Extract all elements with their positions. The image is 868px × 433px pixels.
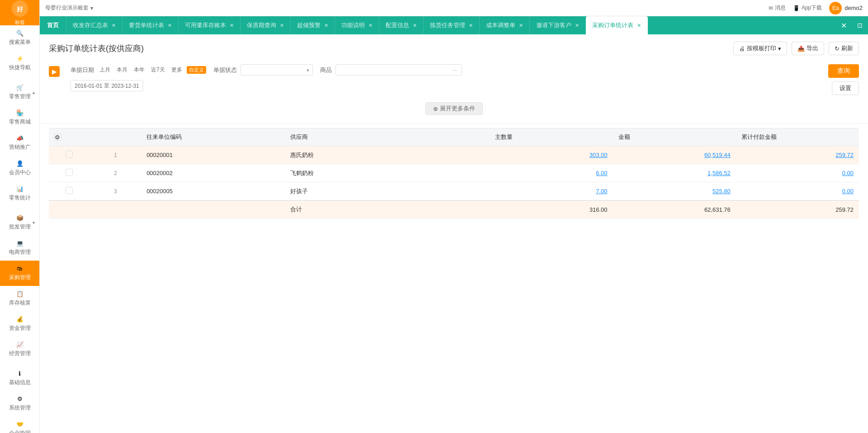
tab-pick-task[interactable]: 拣货任务管理 ✕ bbox=[424, 16, 480, 34]
account-selector[interactable]: 母婴行业演示账套 ▾ bbox=[45, 4, 93, 12]
footer-check-cell bbox=[49, 200, 90, 219]
sidebar-item-inventory[interactable]: 📋 库存核算 bbox=[0, 286, 40, 311]
sidebar-item-label-basic: 基础信息 bbox=[9, 379, 31, 386]
sidebar-item-collab[interactable]: 🤝 企业协同 bbox=[0, 416, 40, 433]
close-icon-tab-10[interactable]: ✕ bbox=[637, 23, 641, 29]
sidebar-item-system[interactable]: ⚙ 系统管理 bbox=[0, 391, 40, 416]
sidebar-item-label-wholesale: 批发管理 bbox=[9, 223, 31, 231]
tab-invite-downstream[interactable]: 邀请下游客户 ✕ bbox=[530, 16, 586, 34]
expand-more-label: 展开更多条件 bbox=[440, 105, 475, 113]
close-icon-tab-1[interactable]: ✕ bbox=[168, 23, 172, 29]
row-checkbox[interactable] bbox=[66, 151, 73, 158]
sidebar-item-purchase[interactable]: 🛍 采购管理 bbox=[0, 261, 40, 286]
custom-date-tag: 自定义 bbox=[187, 66, 206, 74]
tab-overstock[interactable]: 超储预警 ✕ bbox=[291, 16, 335, 34]
page-header-actions: 🖨 按模板打印 ▾ 📤 导出 ↻ 刷新 bbox=[733, 42, 859, 55]
status-select[interactable] bbox=[241, 64, 313, 76]
brand-label: 标签 bbox=[11, 19, 29, 26]
expand-tabs-button[interactable]: ⊡ bbox=[852, 16, 868, 34]
export-button[interactable]: 📤 导出 bbox=[792, 42, 824, 55]
sidebar-item-label-system: 系统管理 bbox=[9, 404, 31, 412]
goods-input[interactable] bbox=[340, 67, 452, 73]
tab-config[interactable]: 配置信息 ✕ bbox=[379, 16, 424, 34]
close-icon-tab-6[interactable]: ✕ bbox=[413, 23, 417, 29]
close-icon-tab-5[interactable]: ✕ bbox=[368, 23, 373, 29]
close-icon-tab-8[interactable]: ✕ bbox=[519, 23, 523, 29]
footer-amount: 62,631.76 bbox=[613, 200, 736, 219]
msg-button[interactable]: ✉ 消息 bbox=[769, 4, 786, 12]
sidebar-item-basic[interactable]: ℹ 基础信息 bbox=[0, 366, 40, 391]
date-shortcut-more[interactable]: 更多 bbox=[170, 65, 184, 75]
sidebar-item-marketing[interactable]: 📣 营销推广 bbox=[0, 130, 40, 156]
close-icon-tab-9[interactable]: ✕ bbox=[575, 23, 579, 29]
sidebar-item-wholesale[interactable]: 📦 批发管理 ▼ bbox=[0, 210, 40, 235]
tab-order-stat[interactable]: 要货单统计表 ✕ bbox=[123, 16, 179, 34]
th-code: 往来单位编码 bbox=[141, 128, 285, 146]
more-options-icon[interactable]: ··· bbox=[452, 67, 458, 73]
th-paid: 累计付款金额 bbox=[736, 128, 859, 146]
print-button[interactable]: 🖨 按模板打印 ▾ bbox=[733, 42, 787, 55]
tab-func-desc[interactable]: 功能说明 ✕ bbox=[335, 16, 379, 34]
row-amount: 525.80 bbox=[613, 182, 736, 201]
tab-collect-sum[interactable]: 收发存汇总表 ✕ bbox=[66, 16, 123, 34]
close-icon-tab-2[interactable]: ✕ bbox=[230, 23, 234, 29]
close-icon-tab-4[interactable]: ✕ bbox=[324, 23, 328, 29]
table-row[interactable]: 3 00020005 好孩子 7.00 525.80 0.00 bbox=[49, 182, 859, 201]
biz-icon: 📈 bbox=[16, 341, 24, 348]
close-all-tabs-button[interactable]: ✕ bbox=[835, 16, 852, 34]
sidebar-item-member[interactable]: 👤 会员中心 bbox=[0, 156, 40, 181]
row-check-cell bbox=[49, 164, 90, 182]
sidebar-item-label-finance: 资金管理 bbox=[9, 324, 31, 332]
date-range-display[interactable]: 2016-01-01 至 2023-12-31 bbox=[71, 80, 143, 91]
refresh-label: 刷新 bbox=[841, 44, 853, 52]
close-icon-tab-7[interactable]: ✕ bbox=[469, 23, 473, 29]
close-icon-tab-0[interactable]: ✕ bbox=[112, 23, 116, 29]
sidebar-item-ecommerce[interactable]: 💻 电商管理 bbox=[0, 235, 40, 261]
tab-home[interactable]: 首页 bbox=[40, 16, 66, 34]
sidebar-item-retail-stat[interactable]: 📊 零售统计 bbox=[0, 181, 40, 206]
sidebar-item-label-search: 搜索菜单 bbox=[9, 38, 31, 46]
app-download-label: App下载 bbox=[802, 4, 822, 12]
member-icon: 👤 bbox=[16, 160, 24, 167]
home-label: 首页 bbox=[47, 21, 59, 29]
sidebar-item-retail[interactable]: 🛒 零售管理 ▲ bbox=[0, 80, 40, 105]
close-icon-tab-3[interactable]: ✕ bbox=[280, 23, 284, 29]
sidebar-item-finance[interactable]: 💰 资金管理 bbox=[0, 311, 40, 337]
sidebar-item-search[interactable]: 🔍 搜索菜单 bbox=[0, 25, 40, 51]
refresh-button[interactable]: ↻ 刷新 bbox=[829, 42, 859, 55]
sidebar-item-biz[interactable]: 📈 经营管理 bbox=[0, 337, 40, 362]
date-shortcut-this-month[interactable]: 本月 bbox=[115, 65, 129, 75]
tab-usable-inventory[interactable]: 可用量库存账本 ✕ bbox=[179, 16, 241, 34]
table-row[interactable]: 2 00020002 飞鹤奶粉 6.00 1,586.52 0.00 bbox=[49, 164, 859, 182]
row-index: 1 bbox=[90, 146, 141, 164]
app-download-button[interactable]: 📱 App下载 bbox=[793, 4, 822, 12]
row-checkbox[interactable] bbox=[66, 169, 73, 176]
query-button[interactable]: 查询 bbox=[828, 64, 859, 78]
table-footer: 合计 316.00 62,631.76 259.72 bbox=[49, 200, 859, 219]
expand-more-button[interactable]: ⊕ 展开更多条件 bbox=[425, 102, 483, 115]
export-icon: 📤 bbox=[797, 45, 805, 52]
settings-button[interactable]: 设置 bbox=[832, 81, 859, 95]
filter-goods-item: 商品 ··· bbox=[320, 64, 462, 76]
sidebar-item-retail-mall[interactable]: 🏪 零售商城 bbox=[0, 105, 40, 130]
sidebar-item-quick-nav[interactable]: ⚡ 快捷导航 bbox=[0, 51, 40, 76]
page-content: 采购订单统计表(按供应商) 🖨 按模板打印 ▾ 📤 导出 ↻ 刷新 bbox=[40, 34, 868, 433]
footer-index-cell bbox=[90, 200, 141, 219]
date-shortcut-7days[interactable]: 近7天 bbox=[149, 65, 167, 75]
user-menu[interactable]: Ea demo2 bbox=[829, 2, 863, 14]
goods-input-wrapper: ··· bbox=[335, 64, 462, 76]
tab-cost-adjust[interactable]: 成本调整单 ✕ bbox=[480, 16, 530, 34]
row-checkbox[interactable] bbox=[66, 187, 73, 194]
footer-supplier-cell: 合计 bbox=[285, 200, 490, 219]
date-shortcut-this-year[interactable]: 本年 bbox=[132, 65, 146, 75]
date-shortcut-last-month[interactable]: 上月 bbox=[98, 65, 112, 75]
system-icon: ⚙ bbox=[17, 395, 23, 402]
tab-purchase-order-stat[interactable]: 采购订单统计表 ✕ bbox=[586, 16, 648, 34]
table-row[interactable]: 1 00020001 惠氏奶粉 303.00 60,519.44 259.72 bbox=[49, 146, 859, 164]
select-all-checkbox[interactable]: ⚙ bbox=[54, 133, 61, 141]
sidebar-item-label-inventory: 库存核算 bbox=[9, 299, 31, 307]
th-qty: 主数量 bbox=[490, 128, 613, 146]
tab-quality-query[interactable]: 保质期查询 ✕ bbox=[241, 16, 291, 34]
th-supplier: 供应商 bbox=[285, 128, 490, 146]
filter-collapse-button[interactable]: ▶ bbox=[49, 66, 60, 77]
